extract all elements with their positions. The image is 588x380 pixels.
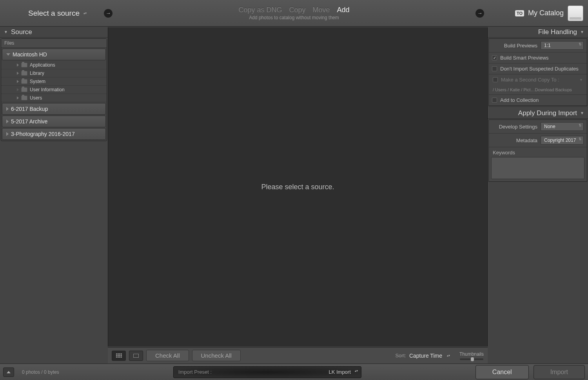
status-text: 0 photos / 0 bytes bbox=[22, 369, 59, 375]
folder-user-information[interactable]: User Information bbox=[1, 86, 107, 94]
volume-6-2017-backup[interactable]: 6-2017 Backup bbox=[2, 103, 106, 115]
arrow-right-from-icon: → bbox=[104, 9, 113, 18]
volume-macintosh-hd[interactable]: Macintosh HD bbox=[2, 49, 106, 60]
develop-settings-label: Develop Settings bbox=[499, 124, 537, 130]
develop-settings-dropdown[interactable]: None bbox=[541, 122, 584, 131]
loupe-view-button[interactable] bbox=[129, 351, 143, 361]
build-previews-label: Build Previews bbox=[504, 43, 537, 49]
folder-applications[interactable]: Applications bbox=[1, 61, 107, 69]
folder-icon bbox=[21, 79, 27, 84]
sort-label: Sort: bbox=[395, 353, 406, 358]
chevron-right-icon bbox=[6, 132, 9, 136]
import-preset-bar[interactable]: Import Preset : LK Import ▴▾ bbox=[173, 366, 361, 378]
develop-settings-row: Develop Settings None bbox=[489, 120, 587, 134]
bottom-bar: 0 photos / 0 bytes Import Preset : LK Im… bbox=[0, 364, 588, 380]
right-panel: File Handling ▼ Build Previews 1:1 ✓ Bui… bbox=[488, 27, 588, 364]
chevron-right-icon bbox=[17, 72, 19, 75]
volume-label: Macintosh HD bbox=[13, 51, 47, 58]
keywords-input[interactable] bbox=[491, 157, 584, 179]
checkbox-checked-icon[interactable]: ✓ bbox=[492, 55, 497, 60]
folder-users[interactable]: Users bbox=[1, 94, 107, 102]
chevron-right-icon bbox=[6, 107, 9, 111]
source-panel-title: Source bbox=[11, 28, 32, 36]
folder-icon bbox=[21, 71, 27, 76]
metadata-dropdown[interactable]: Copyright 2017 bbox=[541, 136, 584, 145]
tab-copy-as-dng[interactable]: Copy as DNG bbox=[238, 6, 282, 14]
check-all-button[interactable]: Check All bbox=[146, 350, 189, 361]
folder-label: Applications bbox=[30, 62, 55, 68]
sort-stepper-icon[interactable]: ▴▾ bbox=[447, 355, 450, 356]
preset-stepper-icon[interactable]: ▴▾ bbox=[355, 370, 358, 372]
volume-3-photography[interactable]: 3-Photography 2016-2017 bbox=[2, 128, 106, 140]
file-handling-title: File Handling bbox=[538, 28, 577, 36]
tab-add[interactable]: Add bbox=[337, 6, 350, 14]
tab-description: Add photos to catalog without moving the… bbox=[249, 15, 339, 20]
second-copy-row[interactable]: Make a Second Copy To : ▼ / Users / Kati… bbox=[489, 74, 587, 95]
smart-previews-row[interactable]: ✓ Build Smart Previews bbox=[489, 52, 587, 63]
folder-icon bbox=[21, 87, 27, 92]
chevron-down-icon[interactable]: ▼ bbox=[579, 78, 583, 82]
folder-system[interactable]: System bbox=[1, 78, 107, 86]
disclosure-down-icon: ▼ bbox=[580, 30, 584, 34]
disclosure-down-icon: ▼ bbox=[580, 111, 584, 115]
chevron-right-icon bbox=[6, 119, 9, 123]
checkbox-icon[interactable] bbox=[492, 98, 497, 103]
metadata-row: Metadata Copyright 2017 bbox=[489, 134, 587, 147]
to-badge: TO bbox=[515, 10, 524, 16]
collapse-panels-button[interactable] bbox=[3, 367, 14, 377]
thumbnail-size-slider[interactable] bbox=[460, 358, 483, 360]
folder-label: System bbox=[30, 79, 45, 84]
volume-label: 5-2017 Archive bbox=[11, 118, 47, 125]
select-source-label[interactable]: Select a source bbox=[28, 9, 80, 18]
smart-previews-label: Build Smart Previews bbox=[500, 55, 549, 61]
sort-value[interactable]: Capture Time bbox=[409, 353, 442, 359]
arrow-right-to-icon: → bbox=[475, 9, 484, 18]
empty-state-message: Please select a source. bbox=[261, 183, 334, 191]
build-previews-dropdown[interactable]: 1:1 bbox=[541, 41, 584, 50]
grid-icon bbox=[116, 353, 122, 358]
folder-library[interactable]: Library bbox=[1, 69, 107, 78]
cancel-button[interactable]: Cancel bbox=[475, 365, 529, 379]
apply-during-import-title: Apply During Import bbox=[518, 109, 577, 117]
chevron-up-icon bbox=[7, 371, 11, 373]
volume-label: 3-Photography 2016-2017 bbox=[11, 131, 75, 137]
import-preset-label: Import Preset : bbox=[178, 369, 212, 375]
source-panel-header[interactable]: ▼ Source bbox=[0, 27, 108, 38]
folder-label: Library bbox=[30, 71, 44, 76]
apply-during-import-header[interactable]: Apply During Import ▼ bbox=[488, 108, 588, 119]
metadata-label: Metadata bbox=[516, 138, 537, 143]
grid-view-button[interactable] bbox=[112, 351, 126, 361]
preview-toolbar: Check All Uncheck All Sort: Capture Time… bbox=[108, 347, 488, 364]
chevron-right-icon bbox=[17, 88, 19, 91]
disclosure-down-icon: ▼ bbox=[4, 30, 8, 34]
checkbox-icon[interactable] bbox=[492, 66, 497, 71]
build-previews-row: Build Previews 1:1 bbox=[489, 39, 587, 52]
volume-label: 6-2017 Backup bbox=[11, 106, 48, 112]
checkbox-icon[interactable] bbox=[493, 77, 498, 82]
folder-icon bbox=[21, 96, 27, 100]
catalog-label[interactable]: My Catalog bbox=[528, 9, 564, 17]
thumbnails-label: Thumbnails bbox=[459, 351, 484, 357]
folder-label: User Information bbox=[30, 87, 65, 92]
add-to-collection-row[interactable]: Add to Collection bbox=[489, 95, 587, 106]
volume-5-2017-archive[interactable]: 5-2017 Archive bbox=[2, 116, 106, 127]
folder-label: Users bbox=[30, 95, 42, 101]
duplicates-label: Don't Import Suspected Duplicates bbox=[500, 66, 579, 72]
second-copy-path: / Users / Katie / Pict…Download Backups bbox=[493, 87, 572, 92]
import-button[interactable]: Import bbox=[534, 365, 585, 379]
chevron-right-icon bbox=[17, 80, 19, 83]
import-mode-tabs: Copy as DNG Copy Move Add bbox=[238, 6, 349, 14]
tab-move[interactable]: Move bbox=[313, 6, 330, 14]
second-copy-label: Make a Second Copy To : bbox=[501, 77, 559, 83]
source-stepper-icon[interactable]: ▴▾ bbox=[83, 12, 87, 14]
chevron-right-icon bbox=[17, 63, 19, 67]
duplicates-row[interactable]: Don't Import Suspected Duplicates bbox=[489, 63, 587, 74]
folder-icon bbox=[21, 63, 27, 67]
file-handling-header[interactable]: File Handling ▼ bbox=[488, 27, 588, 38]
loupe-icon bbox=[133, 354, 139, 358]
import-header: Select a source ▴▾ → Copy as DNG Copy Mo… bbox=[0, 0, 588, 27]
tab-copy[interactable]: Copy bbox=[289, 6, 305, 14]
keywords-label: Keywords bbox=[489, 147, 587, 157]
uncheck-all-button[interactable]: Uncheck All bbox=[192, 350, 241, 361]
add-collection-label: Add to Collection bbox=[500, 97, 539, 103]
